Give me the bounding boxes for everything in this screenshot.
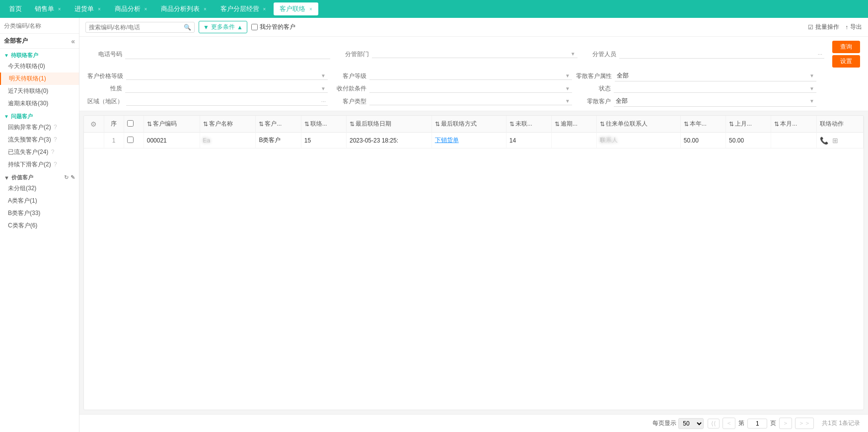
close-purchase-tab-icon[interactable]: × bbox=[98, 6, 101, 12]
filter-retail-customer-select[interactable]: 全部 ▼ bbox=[614, 96, 816, 107]
filter-phone-input[interactable] bbox=[125, 50, 330, 59]
col-header-last-month[interactable]: ⇅上月... bbox=[726, 116, 771, 133]
col-header-this-year[interactable]: ⇅本年... bbox=[680, 116, 725, 133]
close-product-list-tab-icon[interactable]: × bbox=[204, 6, 207, 12]
filter-customer-type-select[interactable]: ▼ bbox=[369, 97, 572, 105]
filter-row-1: 电话号码 分管部门 ▼ 分管人员 ··· bbox=[87, 41, 860, 68]
repurchase-help-icon[interactable]: ? bbox=[54, 124, 57, 131]
row-select-checkbox[interactable] bbox=[127, 137, 134, 143]
filter-row-2: 客户价格等级 ▼ 客户等级 ▼ 零散客户属性 全部 bbox=[87, 71, 860, 81]
row-contacts-person: 联系人 bbox=[597, 133, 681, 148]
col-header-this-month[interactable]: ⇅本月... bbox=[771, 116, 816, 133]
nav-tab-product-analysis[interactable]: 商品分析 × bbox=[109, 2, 153, 15]
total-records-label: 共1页 1条记录 bbox=[822, 419, 860, 428]
page-size-select[interactable]: 50 100 200 bbox=[678, 418, 704, 429]
main-search-box[interactable]: 🔍 bbox=[85, 22, 195, 33]
col-header-contact-count[interactable]: ⇅联络... bbox=[301, 116, 346, 133]
row-checkbox[interactable] bbox=[124, 133, 144, 148]
filter-price-level-select[interactable]: ▼ bbox=[126, 72, 328, 80]
row-last-contact-method[interactable]: 下销货单 bbox=[432, 133, 506, 148]
sidebar-item-a-class[interactable]: A类客户(1) bbox=[0, 195, 79, 207]
filter-price-level: 客户价格等级 ▼ bbox=[87, 72, 328, 80]
filter-row-4: 区域（地区） ··· 客户类型 ▼ 零散客户 全部 bbox=[87, 96, 860, 107]
close-segmentation-tab-icon[interactable]: × bbox=[263, 6, 266, 12]
sidebar-item-c-class[interactable]: C类客户(6) bbox=[0, 219, 79, 232]
col-header-no-contact[interactable]: ⇅未联... bbox=[506, 116, 551, 133]
sidebar-collapse-icon[interactable]: « bbox=[71, 37, 75, 45]
nav-tab-customer-contact[interactable]: 客户联络 × bbox=[274, 2, 318, 15]
sidebar-item-b-class[interactable]: B类客户(33) bbox=[0, 207, 79, 219]
col-header-contacts-person[interactable]: ⇅往来单位联系人 bbox=[597, 116, 681, 133]
action-phone-icon[interactable]: 📞 bbox=[820, 137, 828, 144]
sidebar-pending-group-title: ▼ 待联络客户 bbox=[0, 49, 79, 60]
sidebar-search-box[interactable]: 🔍 bbox=[0, 18, 79, 34]
current-page-input[interactable] bbox=[747, 419, 767, 429]
first-page-button[interactable]: ⟨⟨ bbox=[708, 419, 720, 429]
my-customers-checkbox-label[interactable]: 我分管的客户 bbox=[251, 23, 295, 31]
col-header-last-contact-method[interactable]: ⇅最后联络方式 bbox=[432, 116, 506, 133]
col-header-last-contact-date[interactable]: ⇅最后联络日期 bbox=[346, 116, 432, 133]
row-this-month bbox=[771, 133, 816, 148]
filter-region-select[interactable]: ··· bbox=[126, 97, 328, 106]
col-header-checkbox[interactable] bbox=[124, 116, 144, 133]
sort-icon-ty: ⇅ bbox=[684, 121, 689, 128]
more-filters-button[interactable]: ▼ 更多条件 ▲ bbox=[199, 21, 247, 33]
batch-operation-button[interactable]: ☑ 批量操作 bbox=[808, 23, 839, 31]
sidebar-search-input[interactable] bbox=[4, 22, 78, 29]
sidebar-item-7day-contact[interactable]: 近7天待联络(0) bbox=[0, 85, 79, 97]
filter-manager-select[interactable]: ··· bbox=[619, 50, 824, 59]
value-group-refresh-icon[interactable]: ↻ bbox=[64, 174, 69, 181]
last-contact-method-link[interactable]: 下销货单 bbox=[435, 137, 459, 144]
customer-table-container: ⚙ 序 ⇅客户编码 ⇅客户名称 ⇅客户... ⇅联络... ⇅最后联络日期 ⇅最… bbox=[83, 115, 864, 410]
col-header-code[interactable]: ⇅客户编码 bbox=[144, 116, 200, 133]
export-button[interactable]: ↑ 导出 bbox=[845, 23, 862, 31]
main-search-icon[interactable]: 🔍 bbox=[184, 24, 191, 31]
sidebar-item-churned[interactable]: 已流失客户(24) ? bbox=[0, 146, 79, 158]
filter-retail-attr-select[interactable]: 全部 ▼ bbox=[615, 71, 816, 81]
col-header-type[interactable]: ⇅客户... bbox=[256, 116, 301, 133]
main-search-input[interactable] bbox=[89, 24, 182, 31]
col-header-settings[interactable]: ⚙ bbox=[84, 116, 104, 133]
prev-page-button[interactable]: ＜ bbox=[723, 418, 735, 429]
churn-warning-help-icon[interactable]: ? bbox=[54, 136, 57, 143]
sidebar-item-today-contact[interactable]: 今天待联络(0) bbox=[0, 60, 79, 72]
filter-gender-select[interactable]: ▼ bbox=[125, 85, 328, 93]
col-header-overdue[interactable]: ⇅逾期... bbox=[551, 116, 596, 133]
value-group-edit-icon[interactable]: ✎ bbox=[71, 174, 75, 181]
problem-group-arrow-icon: ▼ bbox=[4, 114, 9, 119]
filter-customer-level-label: 客户等级 bbox=[332, 72, 366, 80]
next-page-button[interactable]: ＞ bbox=[779, 418, 792, 429]
select-all-checkbox[interactable] bbox=[127, 120, 134, 127]
nav-tab-sales[interactable]: 销售单 × bbox=[29, 2, 67, 15]
action-grid-icon[interactable]: ⊞ bbox=[832, 137, 838, 144]
filter-payment-select[interactable]: ▼ bbox=[369, 85, 572, 93]
page-size-selector[interactable]: 每页显示 50 100 200 bbox=[652, 418, 704, 429]
close-sales-tab-icon[interactable]: × bbox=[58, 6, 61, 12]
sidebar-item-churn-warning[interactable]: 流失预警客户(3) ? bbox=[0, 134, 79, 146]
churned-help-icon[interactable]: ? bbox=[51, 148, 55, 155]
close-product-analysis-tab-icon[interactable]: × bbox=[145, 6, 147, 12]
sort-icon-code: ⇅ bbox=[147, 121, 152, 128]
sidebar-item-tomorrow-contact[interactable]: 明天待联络(1) bbox=[0, 72, 79, 85]
settings-button[interactable]: 设置 bbox=[832, 55, 860, 68]
nav-tab-purchase[interactable]: 进货单 × bbox=[69, 2, 106, 15]
declining-help-icon[interactable]: ? bbox=[54, 161, 57, 168]
filter-dept-select[interactable]: ▼ bbox=[372, 50, 577, 58]
filter-customer-level-select[interactable]: ▼ bbox=[369, 72, 572, 80]
col-header-name[interactable]: ⇅客户名称 bbox=[200, 116, 256, 133]
table-settings-icon[interactable]: ⚙ bbox=[90, 120, 97, 128]
nav-tab-product-list[interactable]: 商品分析列表 × bbox=[155, 2, 212, 15]
nav-home[interactable]: 首页 bbox=[4, 2, 27, 15]
close-contact-tab-icon[interactable]: × bbox=[309, 6, 312, 12]
query-button[interactable]: 查询 bbox=[832, 41, 860, 53]
last-page-button[interactable]: ＞＞ bbox=[795, 418, 814, 429]
sidebar-all-customers[interactable]: 全部客户 « bbox=[0, 34, 79, 49]
gender-arrow-icon: ▼ bbox=[321, 86, 326, 91]
sidebar-item-overdue-contact[interactable]: 逾期未联络(30) bbox=[0, 97, 79, 110]
sidebar-item-repurchase-abnormal[interactable]: 回购异常客户(2) ? bbox=[0, 121, 79, 134]
nav-tab-customer-segmentation[interactable]: 客户分层经营 × bbox=[215, 2, 272, 15]
sidebar-item-ungrouped[interactable]: 未分组(32) bbox=[0, 182, 79, 195]
my-customers-checkbox[interactable] bbox=[251, 24, 258, 30]
filter-status-select[interactable]: ▼ bbox=[614, 85, 816, 93]
sidebar-item-declining[interactable]: 持续下滑客户(2) ? bbox=[0, 158, 79, 171]
